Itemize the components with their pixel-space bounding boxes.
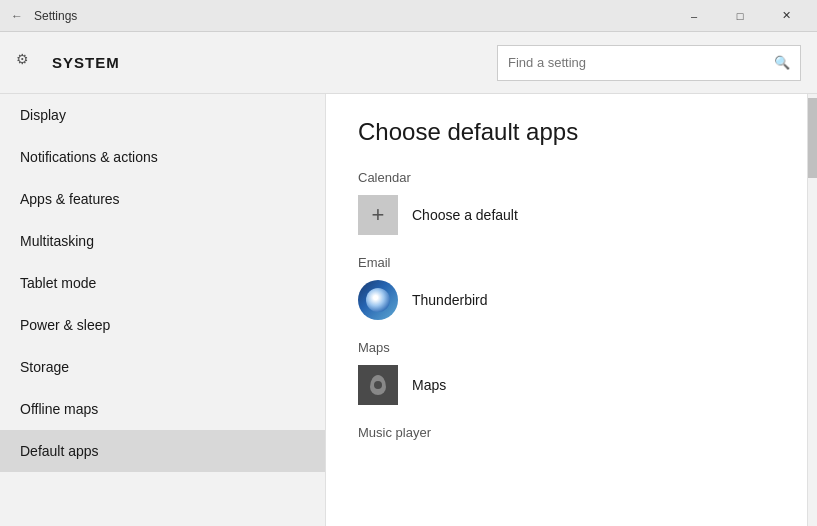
scrollbar[interactable] [807,94,817,526]
sidebar-item-power-sleep[interactable]: Power & sleep [0,304,325,346]
scrollbar-thumb[interactable] [808,98,817,178]
header-row: ⚙ SYSTEM 🔍 [0,32,817,94]
window-controls: – □ ✕ [671,0,809,32]
search-icon: 🔍 [774,55,790,70]
maps-label: Maps [358,340,775,355]
calendar-app-name: Choose a default [412,207,518,223]
maximize-button[interactable]: □ [717,0,763,32]
calendar-app-item[interactable]: + Choose a default [358,195,775,235]
page-title: Choose default apps [358,118,775,146]
sidebar-item-default-apps[interactable]: Default apps [0,430,325,472]
sidebar: Display Notifications & actions Apps & f… [0,94,326,526]
title-bar: ← Settings – □ ✕ [0,0,817,32]
music-label: Music player [358,425,775,440]
minimize-button[interactable]: – [671,0,717,32]
main-layout: Display Notifications & actions Apps & f… [0,94,817,526]
search-input[interactable] [508,55,774,70]
maps-app-item[interactable]: Maps [358,365,775,405]
email-app-name: Thunderbird [412,292,488,308]
sidebar-item-apps-features[interactable]: Apps & features [0,178,325,220]
sidebar-item-offline-maps[interactable]: Offline maps [0,388,325,430]
calendar-label: Calendar [358,170,775,185]
maps-app-name: Maps [412,377,446,393]
window-title: Settings [34,9,77,23]
content-area: Choose default apps Calendar + Choose a … [326,94,807,526]
back-button[interactable]: ← [8,7,26,25]
thunderbird-icon [358,280,398,320]
maps-section: Maps Maps [358,340,775,405]
email-app-item[interactable]: Thunderbird [358,280,775,320]
email-label: Email [358,255,775,270]
sidebar-item-multitasking[interactable]: Multitasking [0,220,325,262]
thunderbird-inner [366,288,390,312]
sidebar-item-display[interactable]: Display [0,94,325,136]
sidebar-item-tablet-mode[interactable]: Tablet mode [0,262,325,304]
calendar-section: Calendar + Choose a default [358,170,775,235]
calendar-icon-box: + [358,195,398,235]
close-button[interactable]: ✕ [763,0,809,32]
search-box[interactable]: 🔍 [497,45,801,81]
email-section: Email Thunderbird [358,255,775,320]
maps-icon [358,365,398,405]
music-section: Music player [358,425,775,440]
title-bar-left: ← Settings [8,7,77,25]
plus-icon: + [372,202,385,228]
header-left: ⚙ SYSTEM [16,51,120,75]
gear-icon: ⚙ [16,51,40,75]
sidebar-item-storage[interactable]: Storage [0,346,325,388]
sidebar-item-notifications[interactable]: Notifications & actions [0,136,325,178]
maps-pin-icon [370,375,386,395]
system-title: SYSTEM [52,54,120,71]
